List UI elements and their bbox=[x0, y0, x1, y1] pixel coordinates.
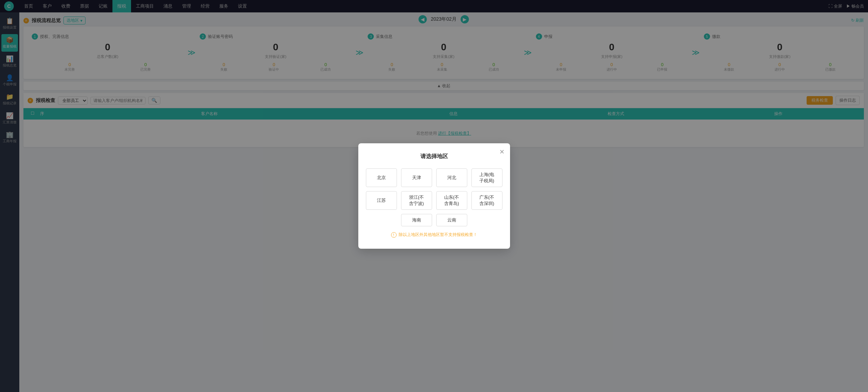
region-btn-yunnan[interactable]: 云南 bbox=[436, 214, 467, 226]
warning-icon: ! bbox=[391, 232, 397, 238]
region-btn-hainan[interactable]: 海南 bbox=[401, 214, 432, 226]
region-btn-zhejiang[interactable]: 浙江(不含宁波) bbox=[401, 191, 432, 210]
region-btn-jiangsu[interactable]: 江苏 bbox=[366, 191, 397, 210]
region-row-2: 海南 云南 bbox=[372, 214, 496, 226]
modal-title: 请选择地区 bbox=[372, 153, 496, 160]
modal-warning: ! 除以上地区外其他地区暂不支持报税检查！ bbox=[372, 232, 496, 238]
modal-overlay[interactable]: ✕ 请选择地区 北京 天津 河北 上海(电子税局) 江苏 浙江(不含宁波) 山东… bbox=[0, 0, 868, 392]
region-btn-hebei[interactable]: 河北 bbox=[436, 168, 467, 187]
region-btn-shanghai[interactable]: 上海(电子税局) bbox=[471, 168, 502, 187]
region-btn-shandong[interactable]: 山东(不含青岛) bbox=[436, 191, 467, 210]
region-btn-guangdong[interactable]: 广东(不含深圳) bbox=[471, 191, 502, 210]
modal-close-button[interactable]: ✕ bbox=[499, 148, 505, 156]
region-btn-beijing[interactable]: 北京 bbox=[366, 168, 397, 187]
region-select-modal: ✕ 请选择地区 北京 天津 河北 上海(电子税局) 江苏 浙江(不含宁波) 山东… bbox=[358, 143, 510, 249]
region-btn-tianjin[interactable]: 天津 bbox=[401, 168, 432, 187]
region-row-1: 江苏 浙江(不含宁波) 山东(不含青岛) 广东(不含深圳) bbox=[372, 191, 496, 210]
region-row-0: 北京 天津 河北 上海(电子税局) bbox=[372, 168, 496, 187]
